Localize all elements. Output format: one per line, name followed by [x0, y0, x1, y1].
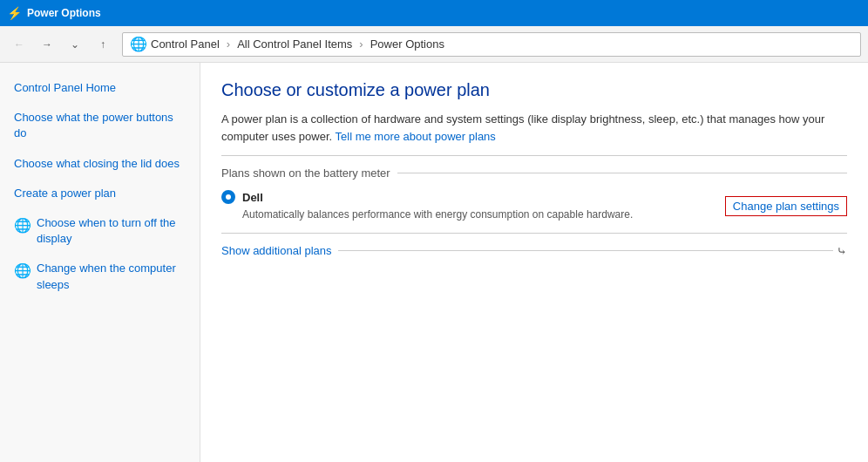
- back-button[interactable]: ←: [7, 32, 31, 57]
- up-icon: ↑: [100, 38, 105, 51]
- globe-icon: 🌐: [130, 36, 147, 52]
- additional-plans-line: [338, 250, 833, 251]
- recent-button[interactable]: ⌄: [63, 32, 87, 57]
- chevron-down-icon: ⤷: [837, 244, 847, 258]
- sidebar-item-create-plan[interactable]: Create a power plan: [0, 179, 200, 208]
- plan-description: Automatically balances performance with …: [242, 207, 711, 222]
- dropdown-icon: ⌄: [71, 38, 79, 51]
- title-bar: ⚡ Power Options: [0, 0, 868, 26]
- address-bar[interactable]: 🌐 Control Panel › All Control Panel Item…: [122, 32, 861, 57]
- forward-button[interactable]: →: [35, 32, 59, 57]
- forward-icon: →: [42, 38, 52, 51]
- nav-bar: ← → ⌄ ↑ 🌐 Control Panel › All Control Pa…: [0, 26, 868, 63]
- plan-item-dell: Dell Automatically balances performance …: [221, 190, 847, 222]
- description-text: A power plan is a collection of hardware…: [221, 111, 847, 145]
- separator-2: ›: [359, 37, 363, 51]
- sidebar-item-turn-off-display[interactable]: 🌐 Choose when to turn off the display: [0, 208, 200, 254]
- separator-1: ›: [227, 37, 230, 51]
- breadcrumb-3: Power Options: [370, 37, 444, 51]
- power-options-icon: ⚡: [7, 6, 22, 20]
- main-container: Control Panel Home Choose what the power…: [0, 63, 868, 462]
- page-title: Choose or customize a power plan: [221, 80, 847, 100]
- learn-more-link[interactable]: Tell me more about power plans: [336, 130, 496, 143]
- sidebar: Control Panel Home Choose what the power…: [0, 63, 200, 462]
- additional-plans-row[interactable]: Show additional plans ⤷: [221, 244, 847, 258]
- sleep-icon: 🌐: [14, 262, 31, 281]
- content-area: Choose or customize a power plan A power…: [200, 63, 868, 462]
- sidebar-item-computer-sleeps[interactable]: 🌐 Change when the computer sleeps: [0, 254, 200, 299]
- plan-name: Dell: [242, 191, 263, 204]
- plan-left: Dell Automatically balances performance …: [221, 190, 711, 222]
- plan-radio-button[interactable]: [221, 190, 235, 204]
- display-icon: 🌐: [14, 216, 31, 235]
- sidebar-item-control-panel-home[interactable]: Control Panel Home: [0, 73, 200, 103]
- plans-section-label: Plans shown on the battery meter: [221, 166, 847, 180]
- change-plan-settings-button[interactable]: Change plan settings: [725, 196, 847, 216]
- title-bar-text: Power Options: [27, 7, 101, 19]
- sidebar-item-closing-lid[interactable]: Choose what closing the lid does: [0, 149, 200, 179]
- divider-bottom: [221, 233, 847, 234]
- plan-name-row: Dell: [221, 190, 711, 204]
- show-additional-plans-link[interactable]: Show additional plans: [221, 244, 331, 257]
- back-icon: ←: [14, 38, 24, 51]
- up-button[interactable]: ↑: [91, 32, 115, 57]
- sidebar-item-power-buttons[interactable]: Choose what the power buttons do: [0, 103, 200, 148]
- divider-top: [221, 155, 847, 156]
- breadcrumb-1: Control Panel: [151, 37, 220, 51]
- breadcrumb-2: All Control Panel Items: [237, 37, 352, 51]
